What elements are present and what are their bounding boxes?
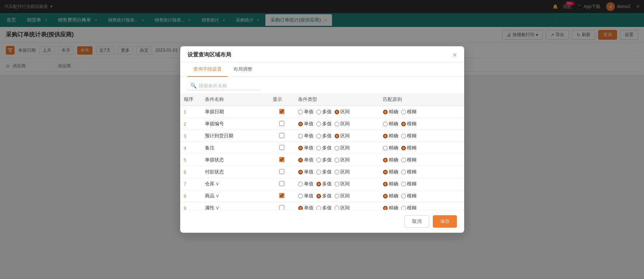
dialog-tab-layout-adjust[interactable]: 布局调整 bbox=[228, 62, 258, 75]
modal-overlay: 设置查询区域布局 × 查询字段设置 布局调整 🔍 顺序 bbox=[0, 0, 644, 75]
dialog-title: 设置查询区域布局 bbox=[187, 51, 231, 58]
dialog-tabs: 查询字段设置 布局调整 bbox=[180, 62, 464, 75]
dialog-tab-query-fields[interactable]: 查询字段设置 bbox=[187, 62, 228, 75]
settings-dialog: 设置查询区域布局 × 查询字段设置 布局调整 🔍 顺序 bbox=[180, 46, 464, 75]
dialog-header: 设置查询区域布局 × bbox=[180, 46, 464, 62]
dialog-tab-query-fields-label: 查询字段设置 bbox=[193, 66, 222, 72]
dialog-close-btn[interactable]: × bbox=[453, 52, 457, 58]
dialog-tab-layout-adjust-label: 布局调整 bbox=[233, 66, 252, 72]
